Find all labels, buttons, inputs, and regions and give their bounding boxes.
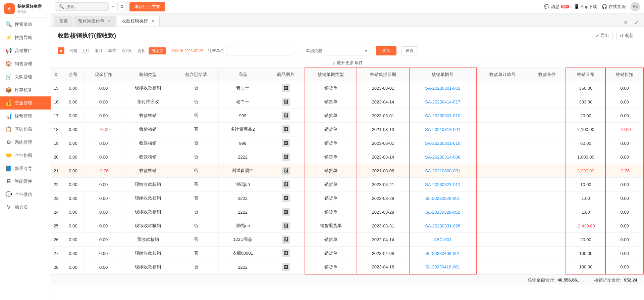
td-write-off-amount-4: 60.00 [566,136,605,150]
sidebar-item-搜索菜单[interactable]: 🔍搜索菜单 [0,18,51,31]
sidebar-item-系统管理[interactable]: ⚙系统管理 [0,136,51,149]
tab-close-1[interactable]: ✕ [108,19,111,24]
td-receipt-bill-no-6[interactable]: SA-20210808-001 [409,164,476,178]
bill-type-select[interactable] [324,46,371,55]
close-tab-btn[interactable]: ✕ [622,18,630,27]
filter-dots: ... [295,48,301,53]
table-row: 19 0.00 0.00 收款核销 否 999 🖼 销货单 2023-03-01… [51,136,644,150]
search-input[interactable] [66,4,106,9]
filter-expand-btn[interactable]: » [58,47,64,54]
td-receipt-bill-no-1[interactable]: SA-20230414-017 [409,95,476,109]
sidebar-item-快捷导航[interactable]: ⚡快捷导航 [0,31,51,44]
td-receipt-bill-no-12[interactable]: SL-20230408-001 [409,247,476,260]
sidebar-label-14: 畅会员 [15,204,28,210]
sidebar-item-企业协同[interactable]: 🤝企业协同 [0,149,51,162]
logo-text: 畅捷通好生意 标推版 [17,4,42,14]
td-write-off-amount-1: 333.00 [566,95,605,109]
online-service-btn[interactable]: 🎧 在线客服 [602,4,626,10]
td-write-off-type-0: 现续收款核销 [122,81,174,95]
sidebar-item-基础信息[interactable]: 📋基础信息 [0,123,51,136]
col-write-off-discount: 核销折扣 [605,68,644,81]
gear-button[interactable]: ⚙ [117,2,127,11]
td-receipt-bill-no-0[interactable]: SA-20230301-001 [409,81,476,95]
td-receipt-bill-no-8[interactable]: SL-20230328-001 [409,191,476,205]
td-receipt-bill-no-10[interactable]: SA-20230331-026 [409,219,476,233]
td-receipt-condition-13 [528,260,566,274]
td-goods-2: 999 [218,109,267,123]
date-btn-more[interactable]: 更多 [135,47,147,54]
tab-close-2[interactable]: ✕ [151,19,155,24]
td-receipt-condition-6 [528,164,566,178]
search-box[interactable]: 🔍 [55,2,109,11]
table-row: 26 0.00 0.00 预收款核销 否 123D商品 🖼 销货单 2022-0… [51,233,644,247]
td-write-off-type-10: 现续收款核销 [122,219,174,233]
td-receipt-condition-7 [528,178,566,191]
td-write-off-type-13: 现续收款核销 [122,260,174,274]
td-write-off-type-5: 收款核销 [122,150,174,164]
td-write-off-amount-11: 20.00 [566,233,605,247]
sidebar-item-企业微信[interactable]: 💬企业微信 [0,188,51,201]
td-write-off-type-6: 收款核销 [122,164,174,178]
tab-2[interactable]: 收款核销执行✕ [117,16,160,27]
tab-0[interactable]: 首页 [54,16,72,27]
td-receipt-bill-no-5[interactable]: SA-20230314-008 [409,150,476,164]
sidebar-item-经营管理[interactable]: 📊经营管理 [0,110,51,123]
td-receipt-bill-date-6: 2021-08-08 [357,164,409,178]
sidebar-icon-14: V [5,204,12,210]
message-btn[interactable]: 💬 消息 99+ [544,4,569,10]
td-goods-image-9: 🖼 [267,205,305,219]
search-dropdown-arrow[interactable]: ▼ [111,5,115,8]
tab-1[interactable]: 预付冲应付单✕ [73,16,116,27]
td-receipt-condition-0 [528,81,566,95]
col-settings[interactable]: ⚙ [51,68,61,81]
industry-btn[interactable]: 体验行业方案 [129,2,165,11]
sidebar-icon-5: 📦 [5,87,12,93]
td-balance-8: 0.00 [61,191,85,205]
td-receipt-bill-type-3: 销货单 [305,123,357,136]
maximize-btn[interactable]: ⤢ [633,18,641,27]
query-btn[interactable]: 查询 [376,46,396,55]
expand-more-bar: ∨ 展开更多条件 [51,58,644,68]
customer-input[interactable] [226,46,293,55]
date-btn-custom[interactable]: 自定义 [149,47,166,54]
expand-more-btn[interactable]: ∨ 展开更多条件 [332,60,363,66]
td-receipt-bill-type-6: 销货单 [305,164,357,178]
tab-actions: ✕ ⤢ [622,18,641,27]
logo-icon: 6 [4,3,15,14]
td-receipt-bill-no-9[interactable]: SL-20230328-002 [409,205,476,219]
date-btn-this-month[interactable]: 本月 [93,47,105,54]
date-btn-last-month[interactable]: 上月 [79,47,91,54]
td-receipt-bill-type-2: 销货单 [305,109,357,123]
td-receipt-condition-10 [528,219,566,233]
col-receipt-bill-date: 核销单据日期 [357,68,409,81]
date-btn-this-year[interactable]: 本年 [106,47,118,54]
sidebar-item-销售管理[interactable]: 🏠销售管理 [0,57,51,70]
sidebar-label-7: 经营管理 [15,113,32,119]
refresh-btn[interactable]: ↺ 刷新 [616,31,637,40]
sidebar-item-畅会员[interactable]: V畅会员 [0,201,51,214]
td-receipt-bill-no-4[interactable]: SA-20230301-010 [409,136,476,150]
td-goods-image-7: 🖼 [267,178,305,191]
sidebar-item-营销推广[interactable]: 📢营销推广 [0,44,51,57]
td-receipt-bill-no-11[interactable]: ABC-001 [409,233,476,247]
user-avatar[interactable]: Rit [631,2,640,11]
sidebar-item-资金管理[interactable]: 💰资金管理 [0,96,51,110]
sidebar-item-库存核算[interactable]: 📦库存核算 [0,83,51,96]
table-row: 28 0.00 0.00 现续收款核销 否 2222 🖼 销货单 2023-04… [51,260,644,274]
filter-settings-btn[interactable]: 设置 [401,46,418,55]
sidebar-item-新手引导[interactable]: 📘新手引导 [0,162,51,175]
col-write-off-amount: 核销金额 [566,68,605,81]
app-download-btn[interactable]: 📱 App下载 [574,4,597,10]
td-receipt-bill-no-13[interactable]: SL-20230418-001 [409,260,476,274]
date-btn-7days[interactable]: 近7天 [119,47,134,54]
td-receipt-order-no-5 [476,150,528,164]
td-write-off-type-1: 预付冲应收 [122,95,174,109]
td-goods-6: 测试多属性 [218,164,267,178]
sidebar-item-采购管理[interactable]: 🛒采购管理 [0,70,51,83]
export-btn[interactable]: ↗ 导出 [592,31,613,40]
td-write-off-type-4: 收款核销 [122,136,174,150]
td-receipt-bill-no-3[interactable]: SA-20210813-001 [409,123,476,136]
td-receipt-bill-no-2[interactable]: SA-20230301-010 [409,109,476,123]
td-receipt-bill-no-7[interactable]: SA-20230321-012 [409,178,476,191]
sidebar-item-智能硬件[interactable]: 🖥智能硬件 [0,175,51,188]
